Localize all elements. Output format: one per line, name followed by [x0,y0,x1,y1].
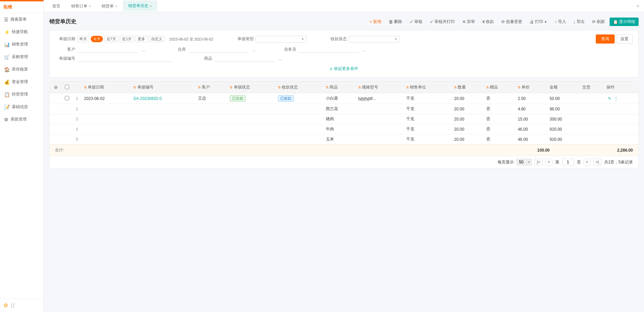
date-btn-7days[interactable]: 近7天 [104,36,118,42]
ops-icon: 📋 [4,92,10,97]
collect-button[interactable]: ¥ 收款 [480,18,497,26]
cell-collect-status [276,114,324,124]
set-button[interactable]: 设置 [616,34,633,44]
page-first-btn[interactable]: |< [534,159,542,165]
customer-input[interactable] [77,46,138,53]
query-button[interactable]: 查询 [596,34,615,44]
audit-button[interactable]: ✓ 审核 [407,18,425,26]
col-collect-status[interactable]: ⇅ 收款状态 [276,82,324,93]
sidebar-item-sales-mgmt[interactable]: 📊 销售管理 [0,38,44,51]
sidebar-item-search-menu[interactable]: ☰ 搜索菜单 [0,13,44,26]
cell-gift: 否 [484,114,516,124]
base-info-icon: 📝 [4,104,10,110]
more-btn[interactable]: ⋮ [613,96,619,101]
col-settings[interactable]: ⚙ [50,82,62,93]
col-goods[interactable]: ⇅ 商品 [324,82,356,93]
sidebar-settings-icon[interactable]: ⚙ [3,302,8,309]
chevron-up-icon: ∧ [330,67,333,71]
cell-spec-type: tyjyjtyjdf... [356,93,404,104]
sidebar: 拓维 ☰ 搜索菜单 ⚡ 快捷导航 📊 销售管理 🛒 采购管理 🏠 库存核算 💰 … [0,0,44,312]
sales-icon: 📊 [4,42,10,47]
sidebar-item-sys-mgmt[interactable]: ⚙ 系统管理 [0,113,44,126]
col-doc-status[interactable]: ⇅ 单据状态 [228,82,276,93]
delete-button[interactable]: 🗑 删除 [386,18,405,26]
refresh-button[interactable]: ⟳ 刷新 [589,18,608,26]
col-spec-type[interactable]: ⇅ 规格型号 [356,82,404,93]
cell-operation [605,124,638,134]
page-size-select[interactable]: 50 20 100 [516,159,532,165]
docno-input[interactable] [77,55,172,62]
date-btn-more[interactable]: 更多 [135,36,147,42]
sidebar-collapse-icon[interactable]: ⟨⟨ [11,302,15,309]
page-input[interactable] [562,159,574,165]
warehouse-input[interactable] [188,46,249,53]
col-sales-unit[interactable]: ⇅ 销售单位 [404,82,452,93]
tab-sales-history-close[interactable]: × [150,4,152,8]
goods-input[interactable] [214,55,275,62]
date-btn-yesterday[interactable]: 昨天 [77,36,89,42]
tab-sales-goods-close[interactable]: × [115,4,117,8]
import-button[interactable]: ↑ 导入 [552,18,569,26]
sort-price-icon: ⇅ [518,85,521,89]
new-button[interactable]: + 新增 [367,18,384,26]
sort-customer-icon: ⇅ [198,85,201,89]
batch-change-button[interactable]: ⟳ 批量变更 [499,18,525,26]
filter-docno-item: 单据编号 [55,55,172,62]
tab-bar: 首页 销售订单 × 销货单 × 销货单历史 × × [44,0,644,12]
col-doc-no[interactable]: ⇅ 单据编号 [131,82,196,93]
export-icon: ↓ [573,19,576,24]
tab-sales-goods[interactable]: 销货单 × [96,1,122,11]
row-num: 4 [72,124,82,134]
salesperson-picker-btn[interactable]: ... [362,47,366,52]
date-btn-custom[interactable]: 自定义 [149,36,165,42]
collect-status-select[interactable] [349,36,399,43]
doc-type-select[interactable] [256,36,306,43]
tab-sales-order-close[interactable]: × [89,4,91,8]
delete-icon: 🗑 [389,19,393,24]
filter-row-2: 客户 ... 合库 ... 业务员 ... [55,46,633,53]
salesperson-input[interactable] [298,46,359,53]
page-prev-btn[interactable]: < [545,159,552,165]
check-all-checkbox[interactable] [65,85,69,89]
doc-no-link[interactable]: SA-20230602-0 [133,96,162,101]
col-qty[interactable]: ⇅ 数量 [452,82,484,93]
cell-transaction [580,114,605,124]
print-dropdown-icon: ▼ [544,20,547,24]
goods-picker-btn[interactable]: ... [278,56,282,61]
table-row: 2 西兰花 千克 20.00 否 4.80 96.00 [50,104,638,114]
warehouse-picker-btn[interactable]: ... [252,47,256,52]
cell-operation [605,114,638,124]
docno-label: 单据编号 [55,56,75,61]
sidebar-item-base-info[interactable]: 📝 基础信息 [0,101,44,113]
filter-collect-status-item: 收款状态 [327,36,399,43]
abandon-button[interactable]: ✕ 弃审 [459,18,478,26]
cell-doc-status [228,114,276,124]
window-close-btn[interactable]: × [635,3,641,9]
sidebar-item-inventory[interactable]: 🏠 库存核算 [0,63,44,76]
edit-btn[interactable]: ✎ [607,96,613,101]
display-detail-button[interactable]: 📋 显示明细 [610,18,639,26]
tab-home[interactable]: 首页 [47,1,65,11]
sidebar-item-purchase-mgmt[interactable]: 🛒 采购管理 [0,51,44,63]
date-btn-today[interactable]: 今天 [91,36,103,42]
date-btn-1month[interactable]: 近1月 [120,36,134,42]
audit-print-button[interactable]: ✓ 审核并打印 [427,18,457,26]
sidebar-item-finance-mgmt[interactable]: 💰 资金管理 [0,76,44,88]
sidebar-item-ops-mgmt[interactable]: 📋 经营管理 [0,88,44,101]
print-button[interactable]: 🖨 打印 ▼ [527,18,550,26]
footer-total-amount: 2,286.00 [617,148,633,153]
customer-picker-btn[interactable]: ... [141,47,145,52]
sidebar-item-quick-nav[interactable]: ⚡ 快捷导航 [0,26,44,38]
col-doc-date[interactable]: ⇅ 单据日期 [82,82,131,93]
sidebar-item-label: 基础信息 [12,104,28,110]
page-next-btn[interactable]: > [584,159,591,165]
tab-sales-history[interactable]: 销货单历史 × [123,1,157,11]
page-last-btn[interactable]: >| [593,159,601,165]
row-checkbox[interactable] [65,96,69,100]
col-unit-price[interactable]: ⇅ 单价 [516,82,548,93]
export-button[interactable]: ↓ 导出 [571,18,588,26]
tab-sales-order[interactable]: 销售订单 × [66,1,96,11]
col-customer[interactable]: ⇅ 客户 [196,82,228,93]
collapse-btn[interactable]: ∧ 收起更多条件 [55,64,633,73]
col-gift[interactable]: ⇅ 赠品 [484,82,516,93]
